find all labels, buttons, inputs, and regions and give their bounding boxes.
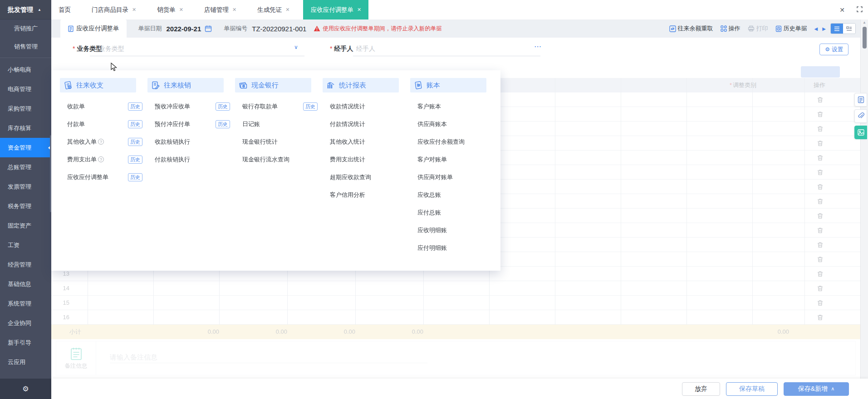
history-badge[interactable]: 历史 — [128, 120, 142, 128]
sidebar-subitem-0[interactable]: 营销推广 — [0, 19, 51, 38]
help-circle-icon[interactable]: ? — [98, 139, 104, 145]
settings-button[interactable]: ⚙ 设置 — [819, 44, 848, 55]
tab-2[interactable]: 销货单✕ — [150, 0, 191, 19]
sidebar-title[interactable]: 批发管理 ▲ — [0, 0, 51, 19]
trash-icon[interactable] — [816, 194, 824, 209]
sidebar-subitem-1[interactable]: 销售管理 — [0, 38, 51, 56]
sidebar-item-5[interactable]: 总账管理 — [0, 157, 51, 177]
trash-icon[interactable] — [816, 252, 824, 267]
menu-item[interactable]: 收款核销执行 — [155, 136, 190, 148]
history-badge[interactable]: 历史 — [128, 156, 142, 164]
menu-item[interactable]: 付款情况统计 — [330, 118, 365, 131]
trash-icon[interactable] — [816, 310, 824, 325]
tab-5[interactable]: 应收应付调整单✕ — [303, 0, 368, 19]
history-badge[interactable]: 历史 — [216, 102, 230, 111]
trash-icon[interactable] — [816, 180, 824, 194]
menu-item[interactable]: 客户账本 — [417, 100, 441, 113]
more-ellipsis-icon[interactable]: ⋯ — [534, 42, 542, 51]
save-and-new-button[interactable]: 保存&新增 ∧ — [784, 382, 849, 396]
sidebar-item-3[interactable]: 库存核算 — [0, 118, 51, 138]
sidebar-item-6[interactable]: 发票管理 — [0, 177, 51, 196]
sidebar-item-11[interactable]: 基础信息 — [0, 274, 51, 294]
sidebar-item-13[interactable]: 企业协同 — [0, 313, 51, 333]
trash-icon[interactable] — [816, 122, 824, 136]
sidebar-item-10[interactable]: 经营管理 — [0, 255, 51, 274]
sidebar-item-4[interactable]: 资金管理 — [0, 138, 51, 157]
history-documents-button[interactable]: 历史单据 — [775, 24, 807, 33]
document-tab[interactable]: 应收应付调整单 — [60, 19, 127, 38]
sidebar-item-0[interactable]: 小畅电商 — [0, 60, 51, 79]
tab-close-icon[interactable]: ✕ — [232, 7, 236, 13]
trash-icon[interactable] — [816, 165, 824, 180]
tab-0[interactable]: 首页 — [51, 0, 78, 19]
attachment-button[interactable] — [854, 109, 867, 123]
next-arrow-icon[interactable]: ▶ — [822, 26, 826, 31]
tab-1[interactable]: 门店商品目录✕ — [84, 0, 143, 19]
tab-4[interactable]: 生成凭证✕ — [250, 0, 297, 19]
business-type-input[interactable] — [99, 43, 289, 54]
sidebar-item-14[interactable]: 新手引导 — [0, 333, 51, 352]
menu-item[interactable]: 现金银行统计 — [242, 136, 278, 148]
menu-item[interactable]: 收款单 — [67, 100, 85, 113]
menu-item[interactable]: 应收总账 — [417, 189, 441, 201]
menu-item[interactable]: 超期应收款查询 — [330, 171, 371, 184]
menu-item[interactable]: 付款单 — [67, 118, 85, 131]
sidebar-item-9[interactable]: 工资 — [0, 235, 51, 255]
menu-item[interactable]: 现金银行流水查询 — [242, 153, 289, 166]
history-badge[interactable]: 历史 — [128, 102, 142, 111]
trash-icon[interactable] — [816, 136, 824, 151]
menu-item[interactable]: 费用支出统计 — [330, 153, 365, 166]
prev-arrow-icon[interactable]: ◀ — [814, 26, 818, 31]
operations-button[interactable]: 操作 — [721, 24, 740, 33]
menu-item[interactable]: 供应商账本 — [417, 118, 447, 131]
menu-item[interactable]: 付款核销执行 — [155, 153, 190, 166]
menu-item[interactable]: 供应商对账单 — [417, 171, 453, 184]
history-badge[interactable]: 历史 — [303, 102, 318, 111]
tab-close-icon[interactable]: ✕ — [285, 7, 289, 13]
history-badge[interactable]: 历史 — [128, 138, 142, 146]
sidebar-item-2[interactable]: 采购管理 — [0, 99, 51, 118]
menu-item[interactable]: 应付总账 — [417, 206, 441, 219]
remark-input[interactable] — [110, 351, 427, 363]
menu-item[interactable]: 其他收入单? — [67, 136, 104, 148]
menu-item[interactable]: 银行存取款单 — [242, 100, 278, 113]
chevron-down-icon[interactable]: ∨ — [294, 44, 298, 50]
sidebar-item-7[interactable]: 税务管理 — [0, 196, 51, 216]
trash-icon[interactable] — [816, 92, 824, 107]
menu-item[interactable]: 客户信用分析 — [330, 189, 365, 201]
help-circle-icon[interactable]: ? — [98, 156, 104, 162]
list-view-button[interactable] — [831, 24, 843, 34]
trash-icon[interactable] — [816, 151, 824, 165]
menu-item[interactable]: 预收冲应收单 — [155, 100, 190, 113]
sidebar-item-1[interactable]: 电商管理 — [0, 79, 51, 99]
trash-icon[interactable] — [816, 209, 824, 223]
trash-icon[interactable] — [816, 267, 824, 281]
menu-item[interactable]: 日记账 — [242, 118, 260, 131]
menu-item[interactable]: 应收明细账 — [417, 224, 447, 237]
sidebar-item-12[interactable]: 系统管理 — [0, 294, 51, 313]
sidebar-settings-button[interactable]: ⚙ — [0, 379, 51, 399]
history-badge[interactable]: 历史 — [216, 120, 230, 128]
date-value[interactable]: 2022-09-21 — [167, 25, 201, 33]
menu-item[interactable]: 预付冲应付单 — [155, 118, 190, 131]
calendar-icon[interactable] — [205, 25, 212, 32]
menu-item[interactable]: 应收应付调整单 — [67, 171, 108, 184]
trash-icon[interactable] — [816, 107, 824, 122]
tab-3[interactable]: 店铺管理✕ — [197, 0, 244, 19]
card-view-button[interactable] — [843, 24, 855, 34]
tab-close-icon[interactable]: ✕ — [132, 7, 136, 13]
menu-item[interactable]: 应付明细账 — [417, 242, 447, 254]
scroll-up-arrow-icon[interactable]: ▲ — [861, 19, 868, 26]
menu-item[interactable]: 其他收入统计 — [330, 136, 365, 148]
history-badge[interactable]: 历史 — [128, 173, 142, 181]
menu-item[interactable]: 应收应付余额查询 — [417, 136, 465, 148]
balance-refetch-button[interactable]: 往来余额重取 — [669, 24, 713, 33]
trash-icon[interactable] — [816, 238, 824, 252]
close-icon[interactable]: ✕ — [834, 6, 851, 14]
menu-item[interactable]: 客户对账单 — [417, 153, 447, 166]
tab-close-icon[interactable]: ✕ — [357, 7, 361, 13]
trash-icon[interactable] — [816, 281, 824, 296]
save-draft-button[interactable]: 保存草稿 — [726, 382, 778, 396]
scrollbar-thumb[interactable] — [863, 27, 867, 49]
trash-icon[interactable] — [816, 223, 824, 238]
